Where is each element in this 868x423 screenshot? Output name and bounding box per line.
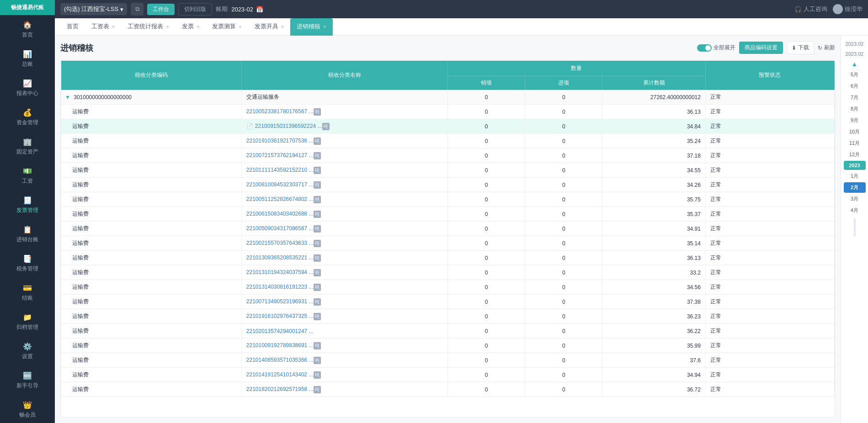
sidebar-item-ledger[interactable]: 📊 总账 <box>0 44 55 74</box>
item-invoice-cell: 22101910361921707536 ...吨 <box>241 134 447 148</box>
table-row[interactable]: ▼ 3010000000000000000 交通运输服务 0 0 27262.4… <box>61 90 835 105</box>
calendar-month-11[interactable]: 11月 <box>844 138 866 148</box>
tab-home[interactable]: 首页 <box>60 18 85 36</box>
sidebar-item-home[interactable]: 🏠 首页 <box>0 15 55 44</box>
item-cumulative-cell: 37.6 <box>602 353 706 368</box>
table-row[interactable]: 运输费 22101910361921707536 ...吨 0 0 35.24 … <box>61 134 835 148</box>
table-row[interactable]: 运输费 22100721573762194127 ...吨 0 0 37.18 … <box>61 148 835 163</box>
tab-salary-stats[interactable]: 工资统计报表 × <box>121 18 175 36</box>
item-purchase-cell: 0 <box>525 163 602 178</box>
page-area: 进销稽核 全部展开 商品编码设置 ⬇ 下载 ↻ 刷新 <box>55 36 868 423</box>
calendar-month-9[interactable]: 9月 <box>844 115 866 126</box>
sidebar-item-tax[interactable]: 📑 税务管理 <box>0 249 55 278</box>
table-row[interactable]: 运输费 22102013574294001247 ... 0 0 36.22 正… <box>61 324 835 338</box>
item-sale-cell: 0 <box>447 324 525 338</box>
table-row[interactable]: 运输费 📄22100915031396592224 ...吨 0 0 34.84… <box>61 119 835 134</box>
table-row[interactable]: 运输费 22100509034317086587 ...吨 0 0 34.91 … <box>61 222 835 236</box>
tab-close-invoice-open[interactable]: × <box>281 24 284 29</box>
unit-tag: 吨 <box>314 357 321 364</box>
tab-close-salary-stats[interactable]: × <box>166 24 169 29</box>
table-row[interactable]: 运输费 22101916102976437325 ...吨 0 0 36.23 … <box>61 309 835 324</box>
table-row[interactable]: 运输费 22100810094532303717 ...吨 0 0 34.26 … <box>61 178 835 192</box>
sidebar-item-settlement[interactable]: 💳 结账 <box>0 278 55 307</box>
sidebar-item-reports[interactable]: 📈 报表中心 <box>0 74 55 103</box>
calendar-month-4[interactable]: 4月 <box>844 205 866 216</box>
tab-close-salary[interactable]: × <box>112 24 115 29</box>
calendar-month-7[interactable]: 7月 <box>844 92 866 103</box>
tab-invoice-verify[interactable]: 进销稽核 × <box>290 18 332 36</box>
table-row[interactable]: 运输费 22100523381780176567 ...吨 0 0 36.13 … <box>61 105 835 119</box>
product-code-settings-button[interactable]: 商品编码设置 <box>739 42 783 54</box>
sidebar-item-funds[interactable]: 💰 资金管理 <box>0 103 55 132</box>
table-row[interactable]: 运输费 22101009192789838691 ...吨 0 0 35.99 … <box>61 338 835 353</box>
expand-all-toggle[interactable]: 全部展开 <box>697 44 735 52</box>
company-selector[interactable]: (勾选) 江西报宝-LSS ▾ <box>60 3 127 15</box>
calendar-month-12[interactable]: 12月 <box>844 149 866 160</box>
group-code-cell: ▼ 3010000000000000000 <box>61 90 242 105</box>
tab-invoice-open[interactable]: 发票开具 × <box>248 18 290 36</box>
tab-close-invoice[interactable]: × <box>197 24 199 29</box>
calendar-month-2-active[interactable]: 2月 <box>844 182 866 193</box>
item-sale-cell: 0 <box>447 338 525 353</box>
sidebar-item-member[interactable]: 👑 畅会员 <box>0 395 55 423</box>
user-menu[interactable]: 徐滢华 <box>833 4 863 14</box>
download-icon: ⬇ <box>792 45 796 51</box>
period-value: 2023-02 <box>231 6 253 13</box>
table-row[interactable]: 运输费 22101820212692571958 ...吨 0 0 36.72 … <box>61 382 835 397</box>
calendar-icon[interactable]: 📅 <box>256 6 263 13</box>
sidebar-item-guide[interactable]: 🆕 新手引导 <box>0 366 55 395</box>
sidebar-item-archive[interactable]: 📁 归档管理 <box>0 307 55 337</box>
item-cumulative-cell: 36.72 <box>602 382 706 397</box>
table-row[interactable]: 运输费 22101408593571035366 ...吨 0 0 37.6 正… <box>61 353 835 368</box>
download-button[interactable]: ⬇ 下载 <box>787 41 814 54</box>
calendar-month-6[interactable]: 6月 <box>844 81 866 91</box>
table-row[interactable]: 运输费 22101314030816191223 ...吨 0 0 34.56 … <box>61 280 835 295</box>
refresh-icon: ↻ <box>818 45 822 51</box>
sidebar-item-purchase-sales[interactable]: 📋 进销台账 <box>0 220 55 249</box>
item-status-cell: 正常 <box>705 324 834 338</box>
sidebar-logo[interactable]: 畅捷通易代账 <box>0 0 55 15</box>
tab-salary[interactable]: 工资表 × <box>85 18 121 36</box>
calendar-month-10[interactable]: 10月 <box>844 127 866 137</box>
item-name-cell: 运输费 <box>61 353 242 368</box>
item-cumulative-cell: 35.14 <box>602 236 706 251</box>
calendar-month-8[interactable]: 8月 <box>844 104 866 114</box>
refresh-button[interactable]: ↻ 刷新 <box>818 44 835 52</box>
tab-close-invoice-calc[interactable]: × <box>239 24 241 29</box>
calendar-month-3[interactable]: 3月 <box>844 194 866 204</box>
unit-tag: 吨 <box>314 196 321 203</box>
switch-old-button[interactable]: 切到旧版 <box>178 3 212 16</box>
item-status-cell: 正常 <box>705 178 834 192</box>
toggle-switch[interactable] <box>697 44 712 52</box>
sidebar-item-assets[interactable]: 🏢 固定资产 <box>0 132 55 161</box>
invoice-mgmt-icon: 🧾 <box>23 196 32 205</box>
group-name-cell: 交通运输服务 <box>241 90 447 105</box>
item-invoice-cell: 22100215570357643633 ...吨 <box>241 236 447 251</box>
item-sale-cell: 0 <box>447 309 525 324</box>
table-row[interactable]: 运输费 22100511252826674802 ...吨 0 0 35.75 … <box>61 192 835 207</box>
item-invoice-cell: 22100615083403402688 ...吨 <box>241 207 447 222</box>
table-row[interactable]: 运输费 22101419125410143402 ...吨 0 0 34.94 … <box>61 368 835 382</box>
sidebar-item-salary[interactable]: 💵 工资 <box>0 161 55 190</box>
calendar-up-arrow[interactable]: ▲ <box>852 60 858 68</box>
table-row[interactable]: 运输费 22100215570357643633 ...吨 0 0 35.14 … <box>61 236 835 251</box>
tab-invoice-calc[interactable]: 发票测算 × <box>206 18 248 36</box>
table-row[interactable]: 运输费 22101111143592152210 ...吨 0 0 34.55 … <box>61 163 835 178</box>
sidebar-item-settings[interactable]: ⚙️ 设置 <box>0 337 55 366</box>
item-name-cell: 运输费 <box>61 309 242 324</box>
calendar-month-5[interactable]: 5月 <box>844 69 866 80</box>
tab-close-invoice-verify[interactable]: × <box>323 24 326 29</box>
workbench-button[interactable]: 工作台 <box>147 4 175 15</box>
copy-button[interactable]: ⧉ <box>131 3 144 16</box>
table-row[interactable]: 运输费 22100713490523196931 ...吨 0 0 37.38 … <box>61 295 835 309</box>
table-row[interactable]: 运输费 22100615083403402688 ...吨 0 0 35.37 … <box>61 207 835 222</box>
calendar-month-1[interactable]: 1月 <box>844 171 866 181</box>
item-status-cell: 正常 <box>705 207 834 222</box>
table-row[interactable]: 运输费 22101309365208535221 ...吨 0 0 36.13 … <box>61 251 835 265</box>
table-row[interactable]: 运输费 22101310194324037594 ...吨 0 0 33.2 正… <box>61 265 835 280</box>
support-button[interactable]: 🎧 人工咨询 <box>794 5 827 13</box>
calendar-year-2023[interactable]: 2023 <box>844 161 866 170</box>
item-cumulative-cell: 37.18 <box>602 148 706 163</box>
tab-invoice[interactable]: 发票 × <box>176 18 206 36</box>
sidebar-item-invoice-mgmt[interactable]: 🧾 发票管理 <box>0 190 55 220</box>
